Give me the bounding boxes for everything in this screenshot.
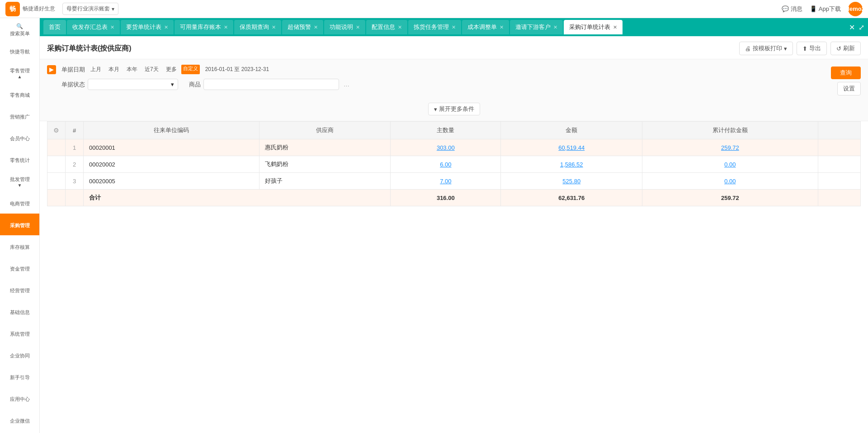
column-empty [818,122,860,139]
filter-toggle-button[interactable]: ▶ [47,65,56,74]
data-table: ⚙ # 往来单位编码 供应商 主数量 金额 累计付款金额 [47,121,861,206]
sidebar-item-system[interactable]: 系统管理 [0,322,39,344]
cell-unit-code-1: 00020001 [84,139,259,156]
sidebar-item-enterprise[interactable]: 企业协同 [0,344,39,366]
workspace-selector[interactable]: 母婴行业演示账套 ▾ [62,3,118,15]
sidebar-item-inventory[interactable]: 库存核算 [0,235,39,257]
sidebar-item-corpwechat[interactable]: 企业微信 [0,409,39,431]
main-qty-link-3[interactable]: 7.00 [440,178,451,185]
tab-expiry-query[interactable]: 保质期查询 ✕ [234,20,281,34]
expand-more-button[interactable]: ▾ 展开更多条件 [428,103,480,115]
tab-cost-adjust[interactable]: 成本调整单 ✕ [462,20,509,34]
sidebar-item-retailshop[interactable]: 零售商城 [0,83,39,105]
footer-paid-amount: 259.72 [642,190,818,206]
sidebar-item-newguide[interactable]: 新手引导 [0,366,39,387]
message-button[interactable]: 💬 消息 [782,5,802,13]
tab-close-purchase-stat[interactable]: ✕ [613,24,617,30]
sidebar: 🔍 搜索英单 快捷导航 零售管理 ▲ 零售商城 营销推广 会员中心 零售统计 批… [0,18,40,433]
sidebar-item-membership[interactable]: 会员中心 [0,127,39,148]
sidebar-item-purchase[interactable]: 采购管理 [0,214,39,235]
footer-label: 合计 [84,190,391,206]
app-download-button[interactable]: 📱 App下载 [810,5,841,13]
sidebar-item-wholesale[interactable]: 批发管理 ▼ [0,170,39,192]
tab-home[interactable]: 首页 [43,20,66,34]
shortcut-this-month[interactable]: 本月 [106,65,122,74]
refresh-button[interactable]: ↺ 刷新 [830,42,861,55]
tab-close-overstock-warning[interactable]: ✕ [314,24,318,30]
logo-icon: 畅 [5,2,20,16]
paid-amount-link-2[interactable]: 0.00 [724,161,736,168]
sidebar-item-search[interactable]: 🔍 搜索英单 [0,18,39,40]
tab-close-all-icon[interactable]: ✕ [849,23,855,32]
tab-close-config-info[interactable]: ✕ [398,24,402,30]
avatar[interactable]: demo2 [848,2,863,16]
tab-invite-downstream[interactable]: 邀请下游客户 ✕ [510,20,563,34]
column-settings-icon[interactable]: ⚙ [53,127,59,134]
amount-link-1[interactable]: 60,519.44 [558,144,585,151]
tab-goods-stat[interactable]: 要货单统计表 ✕ [121,20,174,34]
sidebar-item-quicknav[interactable]: 快捷导航 [0,40,39,62]
filter-date-item: 单据日期 上月 本月 本年 近7天 更多 自定义 [61,65,200,74]
goods-more-icon[interactable]: … [344,81,349,88]
shortcut-more[interactable]: 更多 [163,65,179,74]
column-main-qty: 主数量 [391,122,501,139]
cell-main-qty-1: 303.00 [391,139,501,156]
print-button[interactable]: 🖨 按模板打印 ▾ [739,42,793,55]
tab-close-expiry-query[interactable]: ✕ [272,24,276,30]
amount-link-2[interactable]: 1,586.52 [560,161,583,168]
tab-task-mgmt[interactable]: 拣货任务管理 ✕ [408,20,461,34]
goods-input[interactable] [203,79,339,90]
sidebar-item-operations[interactable]: 经营管理 [0,279,39,300]
top-bar-left: 畅 畅捷通好生意 母婴行业演示账套 ▾ [5,2,118,16]
cell-settings-3 [47,173,66,190]
amount-link-3[interactable]: 525.80 [562,178,580,185]
cell-rownum-3: 3 [66,173,84,190]
tab-func-desc[interactable]: 功能说明 ✕ [324,20,365,34]
sidebar-item-ecommerce[interactable]: 电商管理 [0,192,39,214]
tab-close-receive-send[interactable]: ✕ [110,24,114,30]
tab-close-func-desc[interactable]: ✕ [356,24,360,30]
settings-button[interactable]: 设置 [837,82,861,95]
tab-purchase-stat[interactable]: 采购订单统计表 ✕ [564,20,623,34]
shortcut-this-year[interactable]: 本年 [124,65,140,74]
page-title: 采购订单统计表(按供应商) [47,44,132,53]
sidebar-item-basicinfo[interactable]: 基础信息 [0,300,39,322]
tab-close-task-mgmt[interactable]: ✕ [452,24,456,30]
cell-unit-code-3: 00020005 [84,173,259,190]
shortcut-last-month[interactable]: 上月 [88,65,104,74]
column-supplier: 供应商 [259,122,391,139]
cell-amount-2: 1,586.52 [501,156,642,173]
chevron-down-icon: ▾ [112,6,114,12]
tab-close-invite-downstream[interactable]: ✕ [553,24,557,30]
sidebar-item-vip[interactable]: 畅会员 [0,431,39,433]
tab-maximize-icon[interactable]: ⤢ [859,23,864,32]
filter-row-1: ▶ 单据日期 上月 本月 本年 近7天 更多 自定义 [47,65,826,74]
tab-overstock-warning[interactable]: 超储预警 ✕ [282,20,323,34]
paid-amount-link-3[interactable]: 0.00 [724,178,736,185]
footer-amount: 62,631.76 [501,190,642,206]
tab-close-goods-stat[interactable]: ✕ [164,24,168,30]
tab-close-cost-adjust[interactable]: ✕ [500,24,504,30]
sidebar-item-marketing[interactable]: 营销推广 [0,105,39,127]
tab-receive-send[interactable]: 收发存汇总表 ✕ [67,20,120,34]
column-rownum: # [66,122,84,139]
tab-inventory-ledger[interactable]: 可用量库存账本 ✕ [175,20,233,34]
export-button[interactable]: ⬆ 导出 [797,42,827,55]
paid-amount-link-1[interactable]: 259.72 [721,144,739,151]
cell-main-qty-2: 6.00 [391,156,501,173]
filter-goods-item: 商品 … [189,79,349,90]
sidebar-item-retailstat[interactable]: 零售统计 [0,148,39,170]
export-icon: ⬆ [802,45,807,52]
status-select[interactable]: ▾ [88,79,178,90]
sidebar-item-finance[interactable]: 资金管理 [0,257,39,279]
sidebar-item-retail[interactable]: 零售管理 ▲ [0,62,39,83]
tab-config-info[interactable]: 配置信息 ✕ [366,20,407,34]
main-qty-link-1[interactable]: 303.00 [437,144,455,151]
refresh-icon: ↺ [836,45,841,52]
cell-extra-3 [818,173,860,190]
sidebar-item-appcenter[interactable]: 应用中心 [0,387,39,409]
main-qty-link-2[interactable]: 6.00 [440,161,451,168]
tab-close-inventory-ledger[interactable]: ✕ [224,24,228,30]
search-button[interactable]: 查询 [831,67,861,79]
shortcut-7days[interactable]: 近7天 [142,65,161,74]
